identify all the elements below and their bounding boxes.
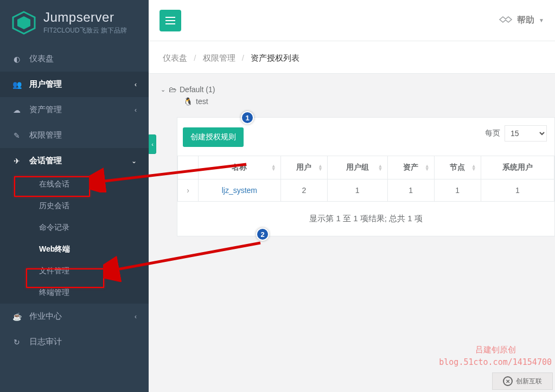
linux-icon: 🐧 <box>183 97 193 106</box>
sort-icon: ▲▼ <box>271 164 276 171</box>
row-name-link[interactable]: ljz_system <box>199 179 281 202</box>
subnav-termmgr[interactable]: 终端管理 <box>0 282 149 304</box>
breadcrumb-item[interactable]: 仪表盘 <box>163 53 187 62</box>
sort-icon: ▲▼ <box>425 164 430 171</box>
handshake-icon <box>499 15 513 26</box>
chevron-left-icon: ‹ <box>135 313 137 320</box>
chevron-down-icon: ⌄ <box>131 157 137 165</box>
nav-session-mgmt[interactable]: ✈ 会话管理 ⌄ <box>0 148 149 173</box>
tree-child[interactable]: 🐧 test <box>161 95 555 107</box>
cell-asset: 1 <box>387 179 434 202</box>
subnav-online[interactable]: 在线会话 <box>0 173 149 195</box>
watermark: 吕建钊原创 blog.51cto.com/14154700 <box>439 344 552 368</box>
users-icon: 👥 <box>12 80 22 89</box>
cell-user: 2 <box>280 179 327 202</box>
tree-child-label: test <box>196 97 208 106</box>
row-expand-button[interactable]: › <box>178 179 199 202</box>
tree-root[interactable]: ⌄ 🗁 Default (1) <box>161 83 555 95</box>
session-submenu: 在线会话 历史会话 命令记录 Web终端 文件管理 终端管理 <box>0 173 149 304</box>
sort-icon: ▲▼ <box>318 164 323 171</box>
perpage-label: 每页 <box>485 128 500 138</box>
breadcrumb-current: 资产授权列表 <box>251 53 299 62</box>
col-user[interactable]: 用户▲▼ <box>280 156 327 179</box>
subnav-cmdlog[interactable]: 命令记录 <box>0 217 149 239</box>
help-label: 帮助 <box>517 15 534 26</box>
subnav-webterm[interactable]: Web终端 <box>0 239 149 260</box>
tree-root-label: Default (1) <box>180 85 215 94</box>
caret-down-icon: ⌄ <box>161 86 165 93</box>
edit-icon: ✎ <box>12 131 22 140</box>
cell-usergroup: 1 <box>327 179 387 202</box>
logo-area: Jumpserver FIT2CLOUD飞致云 旗下品牌 <box>0 0 149 46</box>
subnav-filemgr[interactable]: 文件管理 <box>0 260 149 282</box>
annotation-badge-2: 2 <box>256 228 269 241</box>
col-usergroup[interactable]: 用户组▲▼ <box>327 156 387 179</box>
sort-icon: ▲▼ <box>378 164 383 171</box>
nav-user-mgmt[interactable]: 👥 用户管理 ‹ <box>0 72 149 97</box>
annotation-badge-1: 1 <box>241 111 254 124</box>
help-dropdown[interactable]: 帮助 ▼ <box>499 15 544 26</box>
logo-icon <box>11 10 37 37</box>
create-rule-button[interactable]: 创建授权规则 <box>183 127 244 147</box>
svg-marker-1 <box>17 16 30 29</box>
col-asset[interactable]: 资产▲▼ <box>387 156 434 179</box>
history-icon: ↻ <box>12 338 22 346</box>
col-sysuser[interactable]: 系统用户 <box>481 156 554 179</box>
topbar: 帮助 ▼ <box>149 0 555 41</box>
caret-down-icon: ▼ <box>539 17 544 23</box>
nav-job-center[interactable]: ☕ 作业中心 ‹ <box>0 304 149 329</box>
dashboard-icon: ◐ <box>12 55 22 63</box>
col-name[interactable]: 名称▲▼ <box>199 156 281 179</box>
nav-audit[interactable]: ↻ 日志审计 <box>0 329 149 355</box>
folder-open-icon: 🗁 <box>169 85 176 94</box>
nav-perm-mgmt[interactable]: ✎ 权限管理 <box>0 123 149 148</box>
sidebar-toggle-button[interactable] <box>160 10 181 31</box>
col-expand <box>178 156 199 179</box>
coffee-icon: ☕ <box>12 312 22 321</box>
subnav-history[interactable]: 历史会话 <box>0 195 149 217</box>
brand-badge: ✕创新互联 <box>492 372 553 390</box>
sidebar: Jumpserver FIT2CLOUD飞致云 旗下品牌 ◐ 仪表盘 👥 用户管… <box>0 0 149 392</box>
cell-node: 1 <box>434 179 481 202</box>
col-node[interactable]: 节点▲▼ <box>434 156 481 179</box>
table-footer-info: 显示第 1 至 1 项结果; 总共 1 项 <box>177 202 554 236</box>
inbox-icon: ☁ <box>12 106 22 114</box>
perm-table: 名称▲▼ 用户▲▼ 用户组▲▼ 资产▲▼ 节点▲▼ 系统用户 › ljz_sys… <box>177 156 554 202</box>
main: 帮助 ▼ 仪表盘 / 权限管理 / 资产授权列表 ⌄ 🗁 Default (1)… <box>149 0 555 392</box>
tree-collapse-handle[interactable]: ‹ <box>149 134 156 154</box>
breadcrumb-item[interactable]: 权限管理 <box>203 53 235 62</box>
table-row: › ljz_system 2 1 1 1 1 <box>178 179 554 202</box>
logo-title: Jumpserver <box>43 10 127 25</box>
rocket-icon: ✈ <box>12 157 22 165</box>
cell-sysuser: 1 <box>481 179 554 202</box>
chevron-left-icon: ‹ <box>135 106 137 114</box>
list-panel: 创建授权规则 每页 15 名称▲▼ 用户▲▼ 用户组▲▼ 资产▲▼ <box>177 117 555 236</box>
logo-subtitle: FIT2CLOUD飞致云 旗下品牌 <box>43 26 127 35</box>
nav-asset-mgmt[interactable]: ☁ 资产管理 ‹ <box>0 97 149 123</box>
perpage-select[interactable]: 15 <box>505 125 547 142</box>
breadcrumb: 仪表盘 / 权限管理 / 资产授权列表 <box>149 41 555 74</box>
chevron-left-icon: ‹ <box>135 81 137 88</box>
asset-tree: ⌄ 🗁 Default (1) 🐧 test <box>158 81 555 117</box>
sort-icon: ▲▼ <box>471 164 476 171</box>
nav-dashboard[interactable]: ◐ 仪表盘 <box>0 46 149 72</box>
